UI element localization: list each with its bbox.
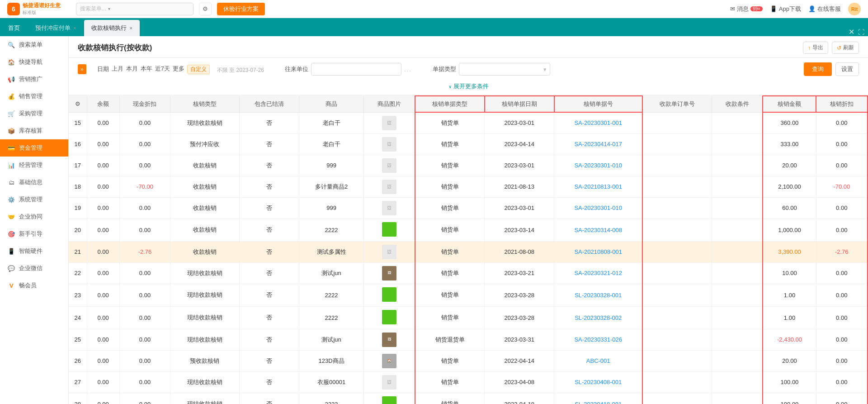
td-verify-discount: 0.00 xyxy=(816,219,868,241)
sidebar-item-vip[interactable]: V 畅会员 xyxy=(0,277,68,294)
sidebar-item-fund[interactable]: 💳 资金管理 xyxy=(0,139,68,157)
td-goods-img: 🖼 xyxy=(364,262,415,284)
voucher-no-link[interactable]: SA-20230314-008 xyxy=(574,227,622,233)
voucher-no-link[interactable]: SA-20230414-017 xyxy=(574,141,622,147)
td-included: 否 xyxy=(239,176,299,197)
td-balance: 0.00 xyxy=(87,155,119,176)
voucher-type-select[interactable] xyxy=(459,63,550,76)
td-payment-terms xyxy=(712,329,763,350)
table-row: 16 0.00 0.00 预付冲应收 否 老白干 🖼 销货单 2023-04-1… xyxy=(69,133,868,155)
brand-info: 畅捷通谱好生意 标准版 xyxy=(23,2,61,16)
th-payment-terms: 收款条件 xyxy=(712,96,763,112)
this-month-link[interactable]: 本月 xyxy=(126,65,138,74)
td-seq: 24 xyxy=(69,306,87,329)
td-goods-img: 🖼 xyxy=(364,133,415,155)
app-download-label: App下载 xyxy=(779,5,801,13)
last-month-link[interactable]: 上月 xyxy=(112,65,123,74)
home-tab-label: 首页 xyxy=(8,24,20,32)
td-voucher-type: 销货单 xyxy=(415,133,485,155)
avatar[interactable]: Rit xyxy=(848,3,861,15)
prepay-tab-close[interactable]: × xyxy=(73,25,76,31)
td-order-no xyxy=(642,197,712,219)
td-voucher-date: 2023-03-01 xyxy=(485,112,554,133)
td-balance: 0.00 xyxy=(87,219,119,241)
tab-verify[interactable]: 收款核销执行 × xyxy=(84,20,139,36)
sidebar-item-sales[interactable]: 💰 销售管理 xyxy=(0,88,68,105)
th-settings[interactable]: ⚙ xyxy=(69,96,87,112)
sidebar-item-operation[interactable]: 📊 经营管理 xyxy=(0,157,68,174)
product-image: 🖼 xyxy=(382,116,396,130)
th-verify-amount: 核销金额 xyxy=(763,96,816,112)
data-table-container: ⚙ 余额 现金折扣 核销类型 包含已结清 商品 商品图片 核销单据类型 核销单据… xyxy=(69,95,868,404)
td-verify-amount: 2,100.00 xyxy=(763,176,816,197)
product-image: 🖼 xyxy=(382,137,396,152)
td-included: 否 xyxy=(239,155,299,176)
sidebar-item-search[interactable]: 🔍 搜索菜单 xyxy=(0,36,68,53)
expand-tabs-icon[interactable]: ⛶ xyxy=(858,29,864,36)
voucher-no-link[interactable]: SA-20230301-010 xyxy=(574,204,622,211)
settings-icon-btn[interactable]: ⚙ xyxy=(199,3,212,15)
voucher-no-link[interactable]: ABC-001 xyxy=(586,357,610,364)
collapse-filter-button[interactable]: » xyxy=(78,64,86,74)
voucher-no-link[interactable]: SL-20230408-001 xyxy=(575,379,622,385)
product-image: 🖼 xyxy=(382,333,396,347)
td-voucher-date: 2022-04-14 xyxy=(485,350,554,371)
td-included: 否 xyxy=(239,371,299,393)
sidebar-item-system[interactable]: ⚙️ 系统管理 xyxy=(0,191,68,208)
voucher-no-link[interactable]: SA-20230301-010 xyxy=(574,162,622,169)
this-year-link[interactable]: 本年 xyxy=(141,65,152,74)
voucher-no-link[interactable]: SA-20230301-001 xyxy=(574,119,622,126)
date-quick-links: 上月 本月 本年 近7天 更多 自定义 xyxy=(112,65,210,74)
sidebar-item-enterprise[interactable]: 🤝 企业协同 xyxy=(0,208,68,225)
industry-solution-button[interactable]: 休验行业方案 xyxy=(217,3,265,15)
sidebar-item-marketing[interactable]: 📢 营销推广 xyxy=(0,71,68,88)
tab-prepay[interactable]: 预付冲应付单 × xyxy=(28,20,83,36)
td-verify-discount: 0.00 xyxy=(816,371,868,393)
sidebar-item-basic[interactable]: 🗂 基础信息 xyxy=(0,174,68,191)
phone-icon: 📱 xyxy=(770,5,777,12)
td-cash-discount: 0.00 xyxy=(119,197,170,219)
td-cash-discount: 0.00 xyxy=(119,219,170,241)
td-verify-type: 收款核销 xyxy=(170,176,239,197)
sidebar-item-nav[interactable]: 🏠 快捷导航 xyxy=(0,53,68,71)
voucher-no-link[interactable]: SA-20230331-026 xyxy=(574,336,622,343)
sidebar-item-inventory[interactable]: 📦 库存核算 xyxy=(0,122,68,139)
refresh-button[interactable]: ↺ 刷新 xyxy=(832,42,859,54)
top-search-bar[interactable]: 搜索菜单... ▾ xyxy=(76,3,193,15)
voucher-no-link[interactable]: SA-20210813-001 xyxy=(574,183,622,190)
td-goods-img xyxy=(364,393,415,404)
more-date-link[interactable]: 更多 xyxy=(173,65,184,74)
td-voucher-type: 销货退货单 xyxy=(415,329,485,350)
td-voucher-no: SA-20230321-012 xyxy=(554,262,642,284)
voucher-no-link[interactable]: SA-20230321-012 xyxy=(574,270,622,276)
close-all-tabs-icon[interactable]: ✕ xyxy=(849,28,854,36)
voucher-no-link[interactable]: SA-20210808-001 xyxy=(574,248,622,255)
sidebar-label-system: 系统管理 xyxy=(19,195,42,204)
verify-tab-close[interactable]: × xyxy=(129,25,132,31)
sidebar-item-guide[interactable]: 🎯 新手引导 xyxy=(0,225,68,242)
th-verify-discount: 核销折扣 xyxy=(816,96,868,112)
sidebar-item-wechat[interactable]: 💬 企业微信 xyxy=(0,260,68,277)
last-7-days-link[interactable]: 近7天 xyxy=(155,65,170,74)
td-cash-discount: 0.00 xyxy=(119,371,170,393)
tab-home[interactable]: 首页 xyxy=(1,20,27,36)
online-service-button[interactable]: 👤 在线客服 xyxy=(808,5,841,13)
td-verify-discount: 0.00 xyxy=(816,155,868,176)
voucher-no-link[interactable]: SL-20230328-002 xyxy=(575,314,622,321)
expand-more-btn[interactable]: ∨ 展开更多条件 xyxy=(448,82,489,90)
export-button[interactable]: ↑ 导出 xyxy=(803,42,828,54)
td-cash-discount: 0.00 xyxy=(119,284,170,306)
sidebar-item-hardware[interactable]: 📱 智能硬件 xyxy=(0,242,68,260)
sidebar-item-purchase[interactable]: 🛒 采购管理 xyxy=(0,105,68,122)
messages-button[interactable]: ✉ 消息 99+ xyxy=(730,5,763,13)
box-icon: 📦 xyxy=(7,127,15,135)
query-button[interactable]: 查询 xyxy=(804,62,832,76)
custom-date-btn[interactable]: 自定义 xyxy=(187,65,210,74)
voucher-no-link[interactable]: SL-20230418-001 xyxy=(575,401,622,404)
app-download-button[interactable]: 📱 App下载 xyxy=(770,5,801,13)
party-input[interactable] xyxy=(311,63,401,76)
more-options-dots[interactable]: ... xyxy=(404,66,412,73)
settings-button[interactable]: 设置 xyxy=(835,62,859,76)
voucher-no-link[interactable]: SL-20230328-001 xyxy=(575,292,622,299)
product-image: 🖼 xyxy=(382,375,396,390)
